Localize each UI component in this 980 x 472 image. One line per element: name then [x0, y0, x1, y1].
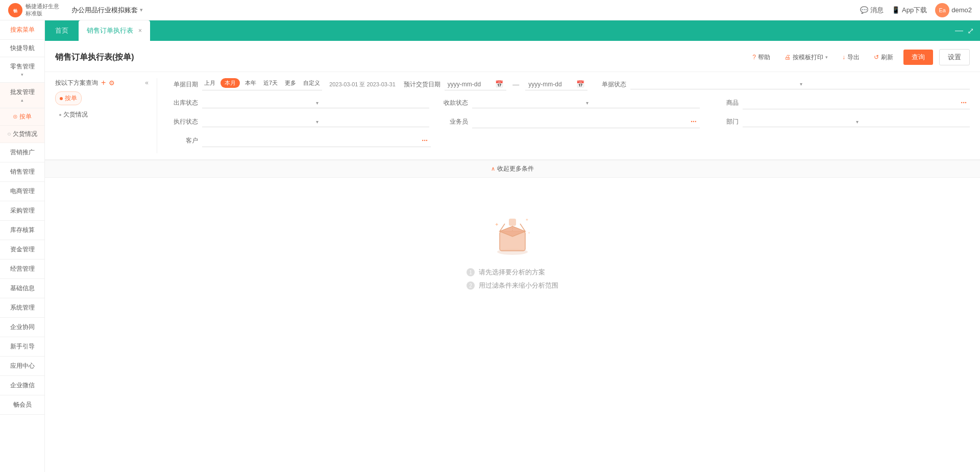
customer-ellipsis-button[interactable]: ···	[422, 136, 428, 145]
sidebar-item-ecommerce[interactable]: 电商管理	[0, 182, 44, 201]
empty-illustration: ✦ ✦ ✦	[487, 208, 538, 259]
settings-button[interactable]: 设置	[939, 49, 970, 65]
sidebar-item-wholesale[interactable]: 批发管理 ▴	[0, 83, 44, 108]
logo-area: 畅 畅捷通好生意 标准版	[8, 3, 59, 17]
filter-field-execution: 执行状态 ▾	[167, 117, 429, 127]
sidebar-item-wholesale-label: 批发管理	[10, 88, 35, 97]
filter-row-status: 出库状态 ▾ 收款状态 ▾	[167, 97, 970, 109]
sidebar-item-retail[interactable]: 零售管理 ▾	[0, 57, 44, 83]
delivery-status-label: 出库状态	[167, 99, 198, 107]
sidebar-item-enterprise-collab[interactable]: 企业协同	[0, 318, 44, 337]
salesperson-ellipsis-button[interactable]: ···	[691, 117, 697, 126]
sidebar-item-enterprise-wechat[interactable]: 企业微信	[0, 376, 44, 395]
salesperson-label: 业务员	[437, 117, 468, 126]
calendar-icon-end[interactable]: 📅	[576, 80, 584, 88]
expected-date-end: 📅	[525, 78, 587, 90]
empty-tip-1-text: 请先选择要分析的方案	[479, 268, 545, 277]
execution-status-select[interactable]: ▾	[202, 117, 429, 127]
sidebar-item-guide[interactable]: 新手引导	[0, 337, 44, 357]
svg-text:✦: ✦	[495, 222, 499, 227]
empty-tip-2: 2 用过滤条件来缩小分析范围	[467, 281, 558, 290]
export-icon: ↓	[842, 54, 845, 61]
sidebar-search[interactable]: 搜索菜单	[0, 20, 44, 40]
date-more-btn[interactable]: 更多	[283, 78, 298, 88]
product-label: 商品	[708, 99, 739, 107]
tab-maximize-button[interactable]: ⤢	[967, 26, 974, 36]
breadcrumb-text: 办公用品行业模拟账套	[71, 6, 138, 15]
tab-sales-order[interactable]: 销售订单执行表 ×	[79, 20, 150, 41]
user-profile-button[interactable]: Ea demo2	[935, 3, 972, 17]
message-button[interactable]: 💬 消息	[860, 6, 884, 15]
sidebar-sub-item-order[interactable]: ⊙ 按单	[0, 108, 44, 126]
print-button[interactable]: 🖨 按模板打印 ▾	[780, 51, 832, 64]
expected-date-start-input[interactable]	[448, 81, 496, 88]
date-recent7-btn[interactable]: 近7天	[261, 78, 280, 88]
date-range-display: 2023-03-01 至 2023-03-31	[329, 81, 396, 88]
sidebar-item-finance[interactable]: 资金管理	[0, 240, 44, 259]
scheme-collapse-icon[interactable]: «	[145, 79, 149, 86]
filter-row-date: 单据日期 上月 本月 本年 近7天 更多 自定义 2023-03-01 至 20…	[167, 78, 970, 90]
sidebar: 搜索菜单 快捷导航 零售管理 ▾ 批发管理 ▴ ⊙ 按单 ○ 欠货情况 营销推广…	[0, 20, 45, 472]
filter-scheme-panel: 按以下方案查询 + ⚙ « 按单 欠货情况	[55, 78, 157, 153]
status-label: 单据状态	[596, 80, 626, 89]
product-ellipsis-button[interactable]: ···	[961, 99, 967, 107]
app-download-button[interactable]: 📱 App下载	[892, 6, 927, 15]
dept-label: 部门	[708, 117, 739, 126]
sidebar-item-sales[interactable]: 销售管理	[0, 162, 44, 182]
delivery-status-select[interactable]: ▾	[202, 98, 429, 108]
sidebar-item-member[interactable]: 畅会员	[0, 395, 44, 415]
add-scheme-icon[interactable]: +	[101, 78, 106, 87]
sidebar-quick-nav[interactable]: 快捷导航	[0, 40, 44, 57]
customer-label: 客户	[167, 136, 198, 145]
sidebar-item-purchase[interactable]: 采购管理	[0, 201, 44, 221]
sidebar-item-operations[interactable]: 经营管理	[0, 259, 44, 279]
tab-sales-order-label: 销售订单执行表	[87, 26, 133, 35]
expected-date-end-input[interactable]	[528, 81, 576, 88]
page-header: 销售订单执行表(按单) ? 帮助 🖨 按模板打印 ▾ ↓	[45, 41, 980, 72]
receipt-status-select[interactable]: ▾	[472, 98, 699, 108]
filter-field-receipt: 收款状态 ▾	[437, 98, 699, 108]
filter-row-execution: 执行状态 ▾ 业务员 ···	[167, 115, 970, 128]
status-select[interactable]: ▾	[630, 79, 970, 89]
sidebar-item-basic-info[interactable]: 基础信息	[0, 279, 44, 298]
dept-select[interactable]: ▾	[743, 117, 970, 127]
query-button[interactable]: 查询	[903, 50, 933, 65]
active-scheme-tag[interactable]: 按单	[55, 91, 82, 105]
top-bar-right: 💬 消息 📱 App下载 Ea demo2	[860, 3, 972, 17]
execution-dropdown-arrow-icon: ▾	[316, 119, 427, 125]
filter-section-label: 按以下方案查询	[55, 79, 98, 87]
export-button[interactable]: ↓ 导出	[838, 51, 864, 64]
sidebar-item-app-center[interactable]: 应用中心	[0, 357, 44, 376]
sidebar-item-marketing[interactable]: 营销推广	[0, 143, 44, 162]
sidebar-sub-item-shortage[interactable]: ○ 欠货情况	[0, 126, 44, 143]
tab-close-button[interactable]: ×	[138, 27, 142, 34]
sidebar-item-system[interactable]: 系统管理	[0, 298, 44, 318]
tab-home[interactable]: 首页	[45, 20, 79, 41]
calendar-icon-start[interactable]: 📅	[495, 80, 503, 88]
active-scheme-label: 按单	[65, 94, 77, 103]
page-title: 销售订单执行表(按单)	[55, 52, 134, 63]
help-icon: ?	[752, 54, 756, 61]
receipt-dropdown-arrow-icon: ▾	[586, 100, 697, 106]
date-current-month-btn[interactable]: 本月	[220, 78, 240, 88]
avatar: Ea	[935, 3, 949, 17]
date-year-btn[interactable]: 本年	[243, 78, 258, 88]
svg-rect-12	[509, 219, 516, 226]
breadcrumb[interactable]: 办公用品行业模拟账套 ▾	[71, 6, 143, 15]
scheme-settings-icon[interactable]: ⚙	[109, 79, 115, 87]
sub-scheme-dot	[59, 114, 61, 116]
collapse-more-button[interactable]: ∧ 收起更多条件	[45, 160, 980, 177]
sub-scheme-item[interactable]: 欠货情况	[55, 108, 149, 121]
filter-field-salesperson: 业务员 ···	[437, 115, 699, 128]
tab-minimize-button[interactable]: —	[955, 26, 963, 35]
filter-field-customer: 客户 ···	[167, 134, 431, 147]
date-prev-month-btn[interactable]: 上月	[202, 78, 217, 88]
date-dash: —	[510, 81, 521, 88]
filter-field-dept: 部门 ▾	[708, 117, 970, 127]
help-button[interactable]: ? 帮助	[748, 51, 774, 64]
tip-num-1: 1	[467, 268, 475, 276]
date-custom-btn[interactable]: 自定义	[301, 78, 322, 88]
download-icon: 📱	[892, 6, 900, 14]
sidebar-item-inventory[interactable]: 库存核算	[0, 221, 44, 240]
refresh-button[interactable]: ↺ 刷新	[870, 51, 897, 64]
